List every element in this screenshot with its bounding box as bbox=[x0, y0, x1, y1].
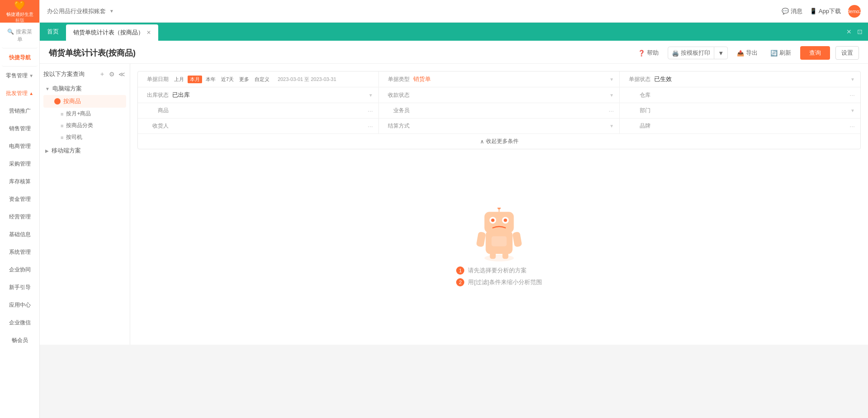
template-print-group: 🖨️ 按模板打印 ▼ bbox=[668, 47, 728, 59]
page-content: 销货单统计计表(按商品) ❓ 帮助 🖨️ 按模板打印 ▼ bbox=[40, 41, 868, 418]
date-btn-more[interactable]: 更多 bbox=[237, 76, 251, 83]
query-button[interactable]: 查询 bbox=[800, 46, 830, 60]
sidebar-item-retail[interactable]: 零售管理 ▼ bbox=[2, 67, 38, 84]
doc-type-dropdown-icon[interactable]: ▼ bbox=[609, 77, 614, 82]
date-btn-7days[interactable]: 近7天 bbox=[219, 76, 236, 83]
window-maximize-icon[interactable]: ⊡ bbox=[857, 28, 863, 35]
sidebar-item-quick-nav[interactable]: 快捷导航 bbox=[2, 49, 38, 66]
refresh-btn[interactable]: 🔄 刷新 bbox=[767, 47, 795, 59]
collapse-panel-btn[interactable]: ≪ bbox=[118, 69, 126, 79]
recipient-dots-icon[interactable]: ··· bbox=[368, 123, 373, 130]
svg-rect-7 bbox=[485, 212, 514, 233]
tab-close-icon[interactable]: ✕ bbox=[146, 29, 151, 36]
tree-group-mobile-header[interactable]: ▶ 移动端方案 bbox=[43, 145, 126, 157]
collapse-more-conditions-btn[interactable]: ∧ 收起更多条件 bbox=[480, 138, 519, 145]
payment-dropdown-icon[interactable]: ▼ bbox=[609, 93, 614, 98]
sidebar-item-inventory[interactable]: 库存核算 bbox=[2, 173, 38, 190]
sidebar-item-wholesale[interactable]: 批发管理 ▲ bbox=[2, 85, 38, 102]
filter-label-recipient: 收货人 bbox=[143, 122, 169, 130]
filter-cell-stock-out[interactable]: 出库状态 已出库 ▼ bbox=[138, 87, 379, 103]
edit-scheme-btn[interactable]: ⚙ bbox=[108, 69, 116, 79]
template-print-btn[interactable]: 🖨️ 按模板打印 bbox=[668, 47, 714, 59]
sidebar-item-system[interactable]: 系统管理 bbox=[2, 244, 38, 261]
left-panel-title: 按以下方案查询 bbox=[43, 70, 85, 78]
salesperson-dots-icon[interactable]: ··· bbox=[609, 107, 614, 114]
filter-label-payment: 收款状态 bbox=[384, 91, 410, 99]
product-dots-icon[interactable]: ··· bbox=[368, 107, 373, 114]
help-btn[interactable]: ❓ 帮助 bbox=[634, 47, 662, 59]
tab-home[interactable]: 首页 bbox=[40, 23, 66, 41]
filter-cell-department[interactable]: 部门 ▼ bbox=[620, 103, 860, 118]
left-panel-header: 按以下方案查询 ＋ ⚙ ≪ bbox=[43, 69, 126, 79]
sidebar-item-purchase[interactable]: 采购管理 bbox=[2, 156, 38, 172]
sidebar-item-ecommerce[interactable]: 电商管理 bbox=[2, 138, 38, 155]
user-avatar[interactable]: demo2 bbox=[848, 5, 861, 18]
sidebar-item-search[interactable]: 🔍 搜索菜单 bbox=[2, 24, 38, 48]
app-download-btn[interactable]: 📱 App下载 bbox=[810, 7, 841, 15]
filter-cell-payment[interactable]: 收款状态 ▼ bbox=[379, 87, 620, 103]
header-actions: 💬 消息 📱 App下载 demo2 bbox=[782, 5, 861, 18]
add-scheme-btn[interactable]: ＋ bbox=[98, 69, 106, 79]
filter-cell-date: 单据日期 上月 本月 本年 近7天 更多 自定义 bbox=[138, 71, 379, 87]
sidebar-item-enterprise[interactable]: 企业协同 bbox=[2, 261, 38, 278]
payment-method-dropdown-icon[interactable]: ▼ bbox=[609, 124, 614, 128]
settings-button[interactable]: 设置 bbox=[835, 46, 859, 60]
sidebar-item-business[interactable]: 经营管理 bbox=[2, 209, 38, 225]
svg-rect-4 bbox=[476, 232, 486, 247]
tree-group-pc-header[interactable]: ▼ 电脑端方案 bbox=[43, 83, 126, 95]
tip-number-1: 1 bbox=[456, 266, 464, 275]
sidebar-item-guide[interactable]: 新手引导 bbox=[2, 279, 38, 296]
chevron-down-icon: ▼ bbox=[29, 73, 33, 78]
tree-item-by-product[interactable]: 按商品 bbox=[43, 95, 126, 108]
filter-cell-warehouse[interactable]: 仓库 ··· bbox=[620, 87, 860, 103]
filter-cell-doc-type[interactable]: 单据类型 销货单 ▼ bbox=[379, 71, 620, 87]
tree-item-by-product-category[interactable]: ≡ 按商品分类 bbox=[43, 120, 126, 131]
date-btn-last-month[interactable]: 上月 bbox=[172, 76, 186, 83]
template-print-dropdown-btn[interactable]: ▼ bbox=[714, 48, 727, 58]
tree-item-by-cashier[interactable]: ≡ 按司机 bbox=[43, 132, 126, 143]
filter-cell-brand[interactable]: 品牌 ··· bbox=[620, 119, 860, 133]
empty-tip-2: 2 用[过滤]条件来缩小分析范围 bbox=[456, 278, 542, 286]
filter-cell-payment-method[interactable]: 结算方式 ▼ bbox=[379, 119, 620, 133]
page-title: 销货单统计计表(按商品) bbox=[49, 48, 136, 58]
sidebar-item-member[interactable]: 畅会员 bbox=[2, 332, 38, 349]
sidebar-menu: 🔍 搜索菜单 快捷导航 零售管理 ▼ 批发管理 ▲ 营销推广 销售管理 电商管理… bbox=[0, 23, 39, 418]
sidebar-item-marketing[interactable]: 营销推广 bbox=[2, 103, 38, 119]
filter-label-doc-status: 单据状态 bbox=[625, 76, 651, 83]
filter-value-product: ··· bbox=[172, 107, 373, 114]
filter-cell-salesperson[interactable]: 业务员 ··· bbox=[379, 103, 620, 118]
tab-sales-stat[interactable]: 销货单统计计表（按商品） ✕ bbox=[66, 24, 158, 41]
department-dropdown-icon[interactable]: ▼ bbox=[850, 108, 855, 113]
sidebar-item-finance[interactable]: 资金管理 bbox=[2, 191, 38, 208]
workspace-selector[interactable]: 办公用品行业模拟账套 ▼ bbox=[47, 7, 114, 15]
svg-point-0 bbox=[485, 255, 514, 261]
sidebar-item-wechat[interactable]: 企业微信 bbox=[2, 314, 38, 331]
message-btn[interactable]: 💬 消息 bbox=[782, 7, 802, 15]
filter-cell-recipient[interactable]: 收货人 ··· bbox=[138, 119, 379, 133]
filter-cell-product[interactable]: 商品 ··· bbox=[138, 103, 379, 118]
date-btn-this-year[interactable]: 本年 bbox=[204, 76, 217, 83]
brand-dots-icon[interactable]: ··· bbox=[849, 123, 855, 130]
warehouse-dots-icon[interactable]: ··· bbox=[849, 91, 855, 99]
doc-status-dropdown-icon[interactable]: ▼ bbox=[850, 77, 855, 82]
tree-group-pc-items: 按商品 ≡ 按月+商品 ≡ 按商品分类 ≡ bbox=[43, 95, 126, 143]
download-icon: 📱 bbox=[810, 8, 817, 14]
filter-row-2: 出库状态 已出库 ▼ 收款状态 ▼ bbox=[138, 87, 860, 103]
stock-out-value: 已出库 bbox=[172, 91, 190, 99]
date-btn-this-month[interactable]: 本月 bbox=[188, 76, 202, 83]
date-btn-custom[interactable]: 自定义 bbox=[253, 76, 271, 83]
svg-rect-14 bbox=[491, 236, 506, 246]
window-close-icon[interactable]: ✕ bbox=[846, 28, 852, 35]
tree-item-by-month-product[interactable]: ≡ 按月+商品 bbox=[43, 108, 126, 119]
stock-out-dropdown-icon[interactable]: ▼ bbox=[368, 93, 373, 98]
sidebar-item-apps[interactable]: 应用中心 bbox=[2, 297, 38, 314]
empty-state: 1 请先选择要分析的方案 2 用[过滤]条件来缩小分析范围 bbox=[137, 157, 861, 337]
sidebar-item-sales[interactable]: 销售管理 bbox=[2, 120, 38, 137]
message-icon: 💬 bbox=[782, 8, 789, 14]
export-btn[interactable]: 📤 导出 bbox=[733, 47, 761, 59]
filter-cell-doc-status[interactable]: 单据状态 已生效 ▼ bbox=[620, 71, 860, 87]
sidebar-item-basic[interactable]: 基础信息 bbox=[2, 226, 38, 243]
empty-tip-1: 1 请先选择要分析的方案 bbox=[456, 266, 542, 275]
top-header: 办公用品行业模拟账套 ▼ 💬 消息 📱 App下载 demo2 bbox=[40, 0, 868, 23]
svg-rect-5 bbox=[512, 232, 522, 247]
